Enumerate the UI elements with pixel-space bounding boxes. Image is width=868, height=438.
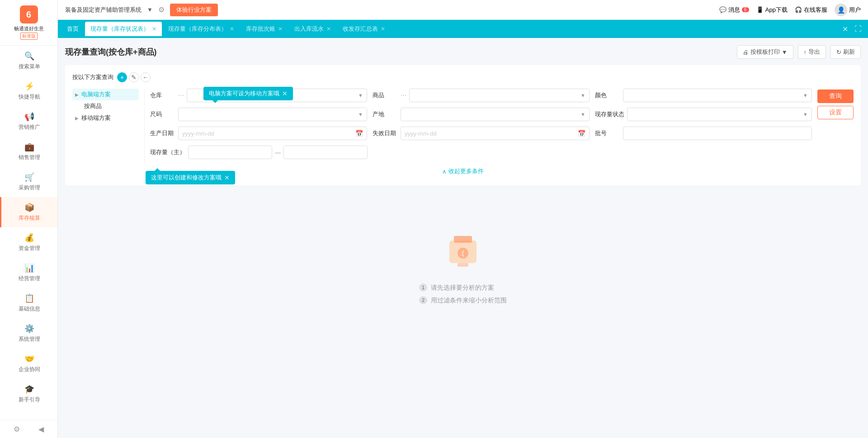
filter-header: 按以下方案查询 + ✎ ← 电脑方案可设为移动方案哦 ✕ [72, 72, 854, 82]
batch-input[interactable] [623, 127, 812, 140]
notifications-btn[interactable]: 💬 消息 6 [719, 6, 749, 14]
tip-text-2: 用过滤条件来缩小分析范围 [431, 294, 507, 306]
collapse-sidebar-icon[interactable]: ◀ [38, 425, 44, 433]
tabs-bar: 首页 现存量（库存状况表） ✕ 现存量（库存分布表） ✕ 库存批次账 ✕ 出入库… [58, 20, 868, 38]
filter-row-4: 现存量（主） — [150, 146, 812, 159]
main-area: 装备及固定资产辅助管理系统 ▼ ⚙ 体验行业方案 💬 消息 6 📱 App下载 … [58, 0, 868, 438]
prod-date-input[interactable]: yyyy-mm-dd 📅 [178, 127, 367, 140]
product-select[interactable]: ▼ [409, 89, 590, 102]
tab-in-out-flow[interactable]: 出入库流水 ✕ [289, 22, 336, 36]
tab-collect-report[interactable]: 收发存汇总表 ✕ [337, 22, 391, 36]
sidebar-item-enterprise[interactable]: 🤝 企业协同 [0, 349, 57, 379]
tooltip-close-1[interactable]: ✕ [282, 90, 288, 97]
system-dropdown[interactable]: ▼ [147, 6, 153, 13]
chevron-down-icon: ▼ [803, 93, 808, 98]
stock-status-label: 现存量状态 [595, 110, 624, 118]
search-btn[interactable]: 查询 [817, 89, 854, 103]
tab-home[interactable]: 首页 [61, 22, 84, 36]
stock-status-select[interactable]: ▼ [627, 108, 812, 121]
sidebar-item-label: 快捷导航 [19, 93, 40, 101]
system-name: 装备及固定资产辅助管理系统 [65, 6, 142, 14]
empty-tip-1: 1 请先选择要分析的方案 [419, 281, 507, 294]
tabs-expand-icon[interactable]: ⛶ [852, 25, 864, 33]
add-scheme-btn[interactable]: + [117, 72, 127, 82]
industry-btn[interactable]: 体验行业方案 [170, 4, 218, 16]
filter-field-stock-qty: 现存量（主） — [150, 146, 368, 159]
sidebar-item-sales[interactable]: 💼 销售管理 [0, 137, 57, 167]
home-tab-label: 首页 [67, 25, 79, 33]
tab-close-icon[interactable]: ✕ [152, 26, 156, 32]
scheme-tree-item-pc[interactable]: ▶ 电脑端方案 [72, 89, 139, 100]
tooltip-popup-2: 这里可以创建和修改方案哦 ✕ [146, 171, 235, 184]
reset-btn[interactable]: 设置 [817, 106, 854, 119]
expire-date-input[interactable]: yyyy-mm-dd 📅 [401, 127, 590, 140]
notification-count: 6 [742, 7, 749, 12]
prod-date-placeholder: yyyy-mm-dd [182, 130, 214, 137]
headset-icon: 🎧 [795, 6, 802, 13]
gear-icon[interactable]: ⚙ [158, 5, 165, 14]
sidebar-item-quick-nav[interactable]: ⚡ 快捷导航 [0, 76, 57, 106]
logo-text: 畅通道好生意 [14, 25, 44, 32]
refresh-icon: ↻ [836, 49, 841, 56]
inventory-icon: 📦 [24, 203, 34, 212]
chevron-down-icon: ▼ [358, 93, 363, 98]
chevron-down-icon: ▼ [580, 93, 585, 98]
refresh-btn[interactable]: ↻ 刷新 [830, 45, 861, 59]
empty-tip-2: 2 用过滤条件来缩小分析范围 [419, 294, 507, 306]
settings-icon[interactable]: ⚙ [14, 425, 20, 433]
sidebar-item-label: 采购管理 [19, 184, 40, 192]
filter-field-expire-date: 失效日期 yyyy-mm-dd 📅 [373, 127, 590, 140]
calendar-icon: 📅 [578, 130, 585, 137]
filter-field-color: 颜色 ▼ [595, 89, 812, 102]
sidebar-item-marketing[interactable]: 📢 营销推广 [0, 106, 57, 137]
print-label: 按模板打印 [750, 48, 780, 56]
scheme-sub-pc[interactable]: 按商品 [81, 100, 139, 112]
size-label: 尺码 [150, 110, 175, 118]
stock-qty-to[interactable] [283, 146, 368, 159]
sidebar-item-label: 搜索菜单 [19, 63, 40, 71]
chevron-down-icon: ▼ [580, 112, 585, 117]
tab-close-icon[interactable]: ✕ [381, 26, 385, 32]
tab-close-icon[interactable]: ✕ [326, 26, 331, 32]
filter-field-batch: 批号 [595, 127, 812, 140]
sidebar-item-finance[interactable]: 💰 资金管理 [0, 227, 57, 258]
sidebar-item-search-menu[interactable]: 🔍 搜索菜单 [0, 46, 57, 76]
page-title: 现存量查询(按仓库+商品) [65, 47, 157, 57]
sidebar-item-inventory[interactable]: 📦 库存核算 [0, 197, 57, 227]
sidebar-item-base-info[interactable]: 📋 基础信息 [0, 288, 57, 318]
origin-select[interactable]: ▼ [401, 108, 590, 121]
stock-qty-from[interactable] [188, 146, 272, 159]
sidebar-item-system[interactable]: ⚙️ 系统管理 [0, 318, 57, 349]
tab-inventory-status[interactable]: 现存量（库存状况表） ✕ [85, 22, 162, 36]
sidebar-item-guide[interactable]: 🎓 新手引导 [0, 379, 57, 409]
app-download-btn[interactable]: 📱 App下载 [756, 6, 788, 14]
tab-close-icon[interactable]: ✕ [278, 26, 283, 32]
scheme-tree-item-mobile[interactable]: ▶ 移动端方案 [72, 112, 139, 124]
tab-inventory-dist[interactable]: 现存量（库存分布表） ✕ [163, 22, 240, 36]
sidebar-item-label: 基础信息 [19, 305, 40, 313]
scheme-tree-label: 移动端方案 [81, 114, 111, 122]
refresh-label: 刷新 [843, 48, 855, 56]
tabs-close-all-icon[interactable]: ✕ [840, 25, 851, 33]
user-menu[interactable]: 👤 用户 [835, 4, 861, 16]
edit-scheme-btn[interactable]: ✎ [129, 72, 139, 82]
header-right: 💬 消息 6 📱 App下载 🎧 在线客服 👤 用户 [719, 4, 861, 16]
scheme-sub-label: 按商品 [84, 102, 102, 110]
app-download-label: App下载 [765, 6, 788, 14]
export-label: 导出 [808, 48, 820, 56]
export-btn[interactable]: ↑ 导出 [798, 45, 826, 59]
base-info-icon: 📋 [24, 293, 34, 303]
tab-batch-account[interactable]: 库存批次账 ✕ [241, 22, 288, 36]
online-support-btn[interactable]: 🎧 在线客服 [795, 6, 827, 14]
tab-close-icon[interactable]: ✕ [230, 26, 234, 32]
print-btn[interactable]: 🖨 按模板打印 ▼ [737, 45, 793, 59]
size-select[interactable]: ▼ [178, 108, 367, 121]
back-scheme-btn[interactable]: ← [141, 72, 151, 82]
sidebar-item-purchase[interactable]: 🛒 采购管理 [0, 167, 57, 197]
stock-qty-label: 现存量（主） [150, 148, 185, 156]
export-icon: ↑ [804, 49, 807, 56]
expire-date-placeholder: yyyy-mm-dd [405, 130, 437, 137]
color-select[interactable]: ▼ [623, 89, 812, 102]
tooltip-close-2[interactable]: ✕ [224, 174, 230, 181]
sidebar-item-operations[interactable]: 📊 经营管理 [0, 258, 57, 288]
